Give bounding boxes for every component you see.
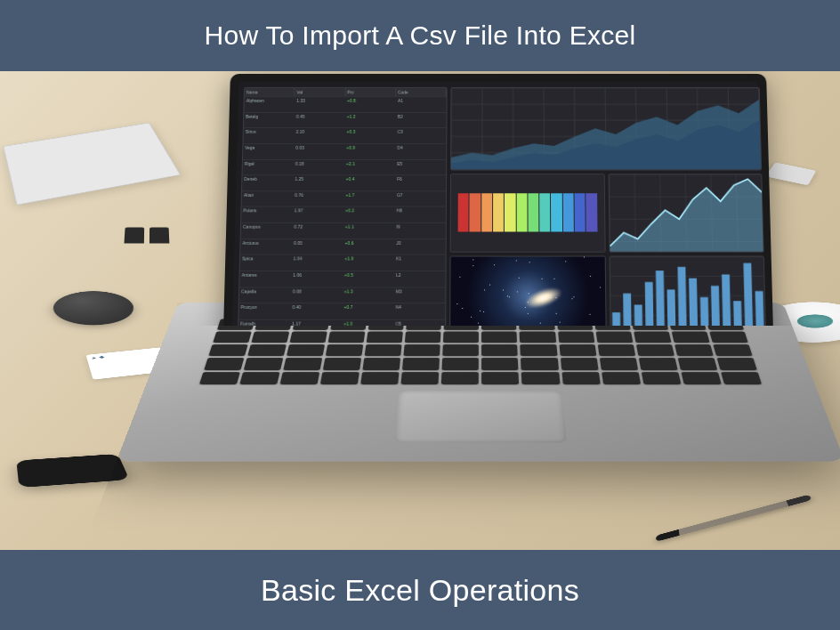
hero-scene: ▲ ◆ NameValPctCode Alphacen1.33+0.8A1Bet… <box>0 71 840 550</box>
svg-line-10 <box>575 88 576 169</box>
area-chart-panel <box>450 87 762 170</box>
spectrum-panel <box>450 174 605 253</box>
footer-title: Basic Excel Operations <box>261 573 579 608</box>
page-title: How To Import A Csv File Into Excel <box>204 20 635 51</box>
svg-line-27 <box>736 174 738 253</box>
footer-band: Basic Excel Operations <box>0 550 840 630</box>
smartphone-prop <box>16 454 129 488</box>
svg-line-24 <box>659 174 661 253</box>
data-table-panel: NameValPctCode Alphacen1.33+0.8A1Betelg0… <box>238 87 448 336</box>
svg-line-14 <box>698 88 699 169</box>
svg-line-26 <box>710 174 712 253</box>
svg-line-16 <box>759 88 761 169</box>
trackpad <box>395 391 567 442</box>
keyboard <box>199 319 761 384</box>
line-chart-panel <box>608 174 763 253</box>
svg-line-11 <box>605 88 606 169</box>
header-band: How To Import A Csv File Into Excel <box>0 0 840 71</box>
svg-line-13 <box>666 88 668 169</box>
svg-line-28 <box>761 174 763 253</box>
notebook-prop <box>3 123 181 206</box>
svg-line-22 <box>609 174 610 253</box>
laptop-base <box>117 303 840 462</box>
coaster-prop <box>51 291 137 325</box>
svg-line-15 <box>728 88 730 169</box>
svg-line-23 <box>634 174 635 253</box>
svg-line-12 <box>636 88 637 169</box>
svg-line-25 <box>685 174 687 253</box>
laptop: NameValPctCode Alphacen1.33+0.8A1Betelg0… <box>160 71 801 550</box>
